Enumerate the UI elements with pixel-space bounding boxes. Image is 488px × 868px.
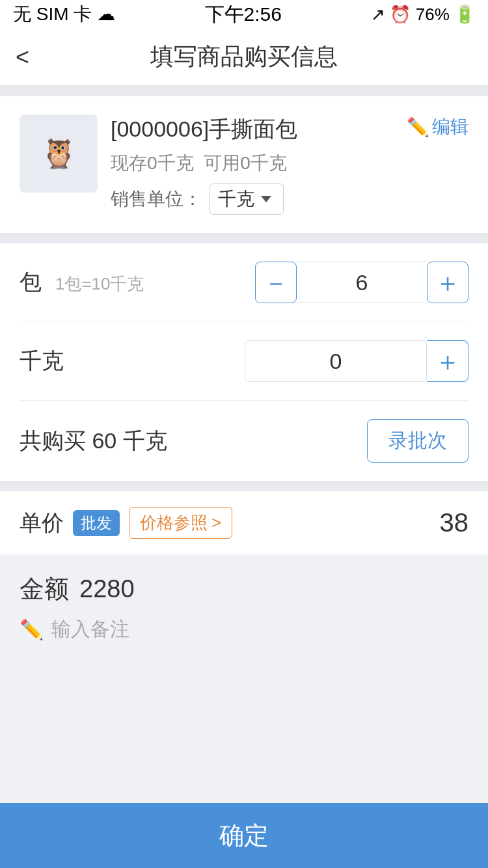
total-row: 共购买 60 千克 录批次 [20, 401, 468, 481]
qty-bao-plus[interactable]: ＋ [427, 262, 468, 303]
page-title: 填写商品购买信息 [150, 41, 338, 73]
total-label: 共购买 60 千克 [20, 426, 167, 456]
nav-bar: < 填写商品购买信息 [0, 29, 488, 86]
edit-icon: ✏️ [407, 116, 429, 138]
amount-section: 金额 2280 ✏️ 输入备注 [0, 554, 488, 656]
remark-row[interactable]: ✏️ 输入备注 [20, 616, 468, 643]
amount-row: 金额 2280 [20, 573, 468, 606]
amount-value: 2280 [79, 575, 135, 603]
minus-icon: － [263, 265, 289, 301]
price-label: 单价 [20, 508, 64, 538]
qty-kg-label: 千克 [20, 346, 64, 376]
confirm-button[interactable]: 确定 [219, 819, 269, 852]
unit-label: 销售单位： [111, 187, 202, 211]
remark-icon: ✏️ [20, 618, 44, 641]
qty-bao-input[interactable] [297, 262, 427, 303]
back-button[interactable]: < [16, 44, 29, 71]
status-time: 下午2:56 [205, 1, 282, 28]
product-image: 🦉 [20, 115, 98, 193]
qty-kg-controls: ＋ [245, 340, 468, 382]
product-name-row: [0000006]手撕面包 ✏️ 编辑 [111, 115, 468, 144]
product-name: [0000006]手撕面包 [111, 115, 297, 144]
stock-info: 现存0千克 可用0千克 [111, 151, 468, 176]
edit-button[interactable]: ✏️ 编辑 [407, 115, 468, 139]
qty-kg-plus[interactable]: ＋ [427, 340, 468, 382]
qty-bao-row: 包 1包=10千克 － ＋ [20, 243, 468, 322]
product-card: 🦉 [0000006]手撕面包 ✏️ 编辑 现存0千克 可用0千克 销售单位： … [0, 96, 488, 233]
price-section: 单价 批发 价格参照 > 38 [0, 491, 488, 554]
divider-price [0, 481, 488, 491]
amount-label: 金额 [20, 573, 69, 606]
battery-status: ↗ ⏰ 76% 🔋 [371, 5, 475, 25]
divider-top [0, 86, 488, 96]
status-bar: 无 SIM 卡 ☁ 下午2:56 ↗ ⏰ 76% 🔋 [0, 0, 488, 29]
record-batch-button[interactable]: 录批次 [367, 419, 468, 463]
divider-mid [0, 233, 488, 243]
unit-select[interactable]: 千克 [210, 183, 284, 215]
qty-bao-minus[interactable]: － [255, 262, 297, 303]
product-info: [0000006]手撕面包 ✏️ 编辑 现存0千克 可用0千克 销售单位： 千克 [111, 115, 468, 215]
unit-row: 销售单位： 千克 [111, 183, 468, 215]
price-ref-button[interactable]: 价格参照 > [129, 507, 232, 539]
price-value: 38 [440, 508, 469, 537]
quantity-section: 包 1包=10千克 － ＋ 千克 ＋ 共购买 60 千克 录批次 [0, 243, 488, 481]
qty-kg-input[interactable] [245, 340, 427, 382]
sim-status: 无 SIM 卡 ☁ [13, 2, 115, 27]
qty-bao-label: 包 1包=10千克 [20, 267, 144, 297]
plus-icon: ＋ [435, 265, 461, 301]
chevron-right-icon: > [211, 513, 221, 533]
owl-icon: 🦉 [41, 137, 77, 170]
status-left: 无 SIM 卡 ☁ [13, 2, 115, 27]
qty-kg-row: 千克 ＋ [20, 322, 468, 401]
plus-icon-kg: ＋ [435, 344, 461, 379]
remark-label: 输入备注 [51, 616, 129, 643]
qty-bao-hint: 1包=10千克 [55, 274, 144, 293]
qty-bao-controls: － ＋ [255, 262, 468, 303]
price-left: 单价 批发 价格参照 > [20, 507, 232, 539]
batch-tag: 批发 [73, 510, 120, 536]
chevron-down-icon [261, 196, 271, 202]
status-right: ↗ ⏰ 76% 🔋 [371, 5, 475, 25]
confirm-bar: 确定 [0, 803, 488, 868]
